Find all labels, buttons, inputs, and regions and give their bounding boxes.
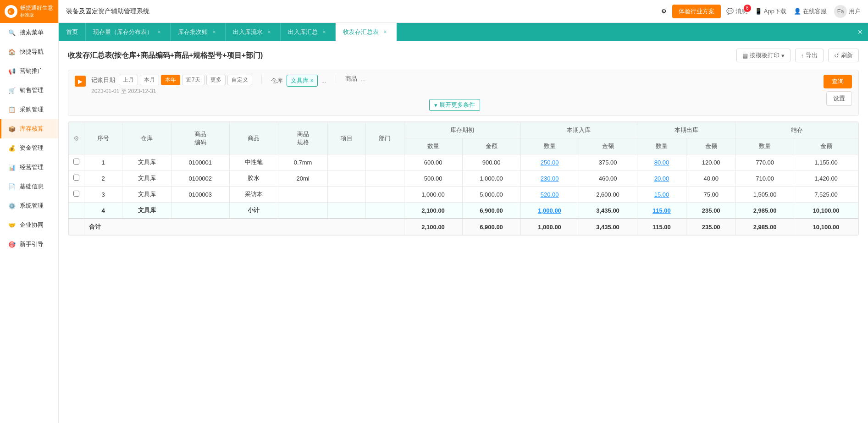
col-settings[interactable]: ⚙: [69, 122, 84, 154]
tab-bar-close-all[interactable]: ×: [852, 27, 868, 37]
out-qty-link[interactable]: 115.00: [652, 207, 671, 214]
tab-batch-close[interactable]: ×: [210, 28, 218, 36]
messages-action[interactable]: 💬 消息 6: [726, 7, 747, 16]
row-open-qty: 600.00: [404, 154, 462, 170]
query-button[interactable]: 查询: [824, 75, 852, 88]
footer-empty-1: [69, 219, 84, 235]
logo-text: 畅捷通好生意: [20, 5, 53, 12]
tab-inout-summary[interactable]: 出入库汇总 ×: [281, 23, 336, 41]
user-action[interactable]: Ea 用户: [834, 5, 861, 18]
row-warehouse: 文具库: [122, 187, 171, 203]
row-dept: [366, 154, 404, 170]
out-qty-link[interactable]: 20.00: [654, 175, 669, 182]
in-qty-link[interactable]: 250.00: [541, 159, 559, 166]
footer-close-amt: 10,100.00: [794, 219, 858, 235]
sidebar-item-purchase[interactable]: 📋 采购管理: [0, 100, 58, 119]
tab-stock-dist-close[interactable]: ×: [155, 28, 163, 36]
date-btn-custom[interactable]: 自定义: [227, 75, 252, 85]
row-checkbox: [69, 170, 84, 187]
row-product-code: 0100002: [171, 170, 229, 187]
row-in-qty: 1,000.00: [520, 203, 579, 219]
export-button[interactable]: ↑ 导出: [795, 49, 824, 62]
sidebar-item-marketing[interactable]: 📢 营销推广: [0, 61, 58, 81]
tab-inout-flow-close[interactable]: ×: [265, 28, 273, 36]
page-content: 收发存汇总表(按仓库+商品编码+商品+规格型号+项目+部门) ▤ 按模板打印 ▾…: [59, 41, 868, 423]
footer-out-qty: 115.00: [637, 219, 686, 235]
expand-row: ▾ 展开更多条件: [91, 99, 818, 111]
tab-inout-flow[interactable]: 出入库流水 ×: [226, 23, 281, 41]
date-btn-7days[interactable]: 近7天: [182, 75, 205, 85]
sidebar-item-search[interactable]: 🔍 搜索菜单: [0, 23, 58, 42]
sidebar-item-system[interactable]: ⚙️ 系统管理: [0, 196, 58, 215]
footer-label: 合计: [84, 219, 404, 235]
row-project: [327, 154, 365, 170]
row-open-amt: 900.00: [462, 154, 520, 170]
settings-button[interactable]: 设置: [826, 91, 852, 106]
sidebar-nav: 🔍 搜索菜单 🏠 快捷导航 📢 营销推广 🛒 销售管理 📋 采购管理 📦 库存核…: [0, 23, 58, 423]
refresh-icon: ↺: [834, 52, 839, 59]
tab-home[interactable]: 首页: [59, 23, 86, 41]
user-label: 用户: [849, 7, 861, 16]
row-project: [327, 187, 365, 203]
col-product-code-header: 商品编码: [171, 122, 229, 154]
sidebar-item-sales[interactable]: 🛒 销售管理: [0, 81, 58, 100]
date-btn-this-year[interactable]: 本年: [161, 75, 180, 85]
sidebar-item-quicknav-label: 快捷导航: [20, 48, 44, 56]
out-qty-link[interactable]: 80.00: [654, 159, 669, 166]
settings-icon[interactable]: ⚙: [661, 8, 667, 15]
sidebar-item-marketing-label: 营销推广: [20, 67, 44, 75]
app-download-action[interactable]: 📱 App下载: [755, 7, 786, 16]
tab-inout-summary-close[interactable]: ×: [321, 28, 328, 36]
tab-batch[interactable]: 库存批次账 ×: [171, 23, 226, 41]
sidebar-item-collab-label: 企业协同: [20, 221, 44, 229]
sidebar-item-operations[interactable]: 📊 经营管理: [0, 158, 58, 177]
trial-button[interactable]: 体验行业方案: [672, 5, 721, 18]
in-qty-link[interactable]: 520.00: [541, 191, 559, 198]
row-close-qty: 770.00: [736, 154, 794, 170]
refresh-button[interactable]: ↺ 刷新: [828, 49, 859, 62]
warehouse-more-btn[interactable]: ...: [321, 77, 326, 84]
tab-recv-send-close[interactable]: ×: [381, 28, 389, 36]
date-btn-more[interactable]: 更多: [206, 75, 226, 85]
row-close-amt: 7,525.00: [794, 187, 858, 203]
sidebar-item-search-label: 搜索菜单: [20, 28, 44, 37]
header-actions: 💬 消息 6 📱 App下载 👤 在线客服 Ea 用户: [726, 5, 861, 18]
online-service-action[interactable]: 👤 在线客服: [794, 7, 827, 16]
row-checkbox: [69, 154, 84, 170]
export-icon: ↑: [801, 52, 804, 59]
print-template-button[interactable]: ▤ 按模板打印 ▾: [736, 49, 791, 62]
filter-divider-2: [336, 75, 336, 84]
col-opening-group: 库存期初: [404, 122, 520, 138]
col-product-name-header: 商品: [229, 122, 278, 154]
sidebar-item-collab[interactable]: 🤝 企业协同: [0, 215, 58, 235]
sidebar-item-quicknav[interactable]: 🏠 快捷导航: [0, 42, 58, 61]
sidebar-item-finance[interactable]: 💰 资金管理: [0, 138, 58, 158]
warehouse-tag[interactable]: 文具库 ×: [287, 75, 318, 87]
row-out-amt: 75.00: [686, 187, 736, 203]
table-settings-gear[interactable]: ⚙: [73, 135, 79, 142]
filter-toggle-button[interactable]: ▶: [75, 76, 86, 87]
row-warehouse: 文具库: [122, 154, 171, 170]
tab-stock-dist[interactable]: 现存量（库存分布表） ×: [86, 23, 171, 41]
date-btn-last-month[interactable]: 上月: [119, 75, 138, 85]
out-qty-link[interactable]: 15.00: [654, 191, 669, 198]
in-qty-link[interactable]: 1,000.00: [538, 207, 561, 214]
sidebar-item-inventory[interactable]: 📦 库存核算: [0, 119, 58, 138]
sidebar-item-newbie[interactable]: 🎯 新手引导: [0, 235, 58, 254]
product-more-btn[interactable]: ...: [361, 76, 366, 82]
table-footer-row: 合计 2,100.00 6,900.00 1,000.00 3,435.00 1…: [69, 219, 858, 235]
warehouse-label: 仓库: [271, 77, 283, 85]
sidebar-item-basic[interactable]: 📄 基础信息: [0, 177, 58, 196]
row-warehouse: 文具库: [122, 170, 171, 187]
in-qty-link[interactable]: 230.00: [541, 175, 559, 182]
warehouse-tag-close[interactable]: ×: [310, 77, 314, 84]
tab-recv-send[interactable]: 收发存汇总表 ×: [336, 23, 397, 41]
warehouse-tag-text: 文具库: [291, 77, 309, 85]
row-dept: [366, 170, 404, 187]
row-dept: [366, 203, 404, 219]
date-btn-this-month[interactable]: 本月: [140, 75, 159, 85]
expand-arrow-icon: ▾: [434, 102, 437, 109]
expand-more-btn[interactable]: ▾ 展开更多条件: [429, 99, 480, 111]
col-close-qty: 数量: [736, 138, 794, 154]
logo-icon: 6: [5, 5, 17, 18]
